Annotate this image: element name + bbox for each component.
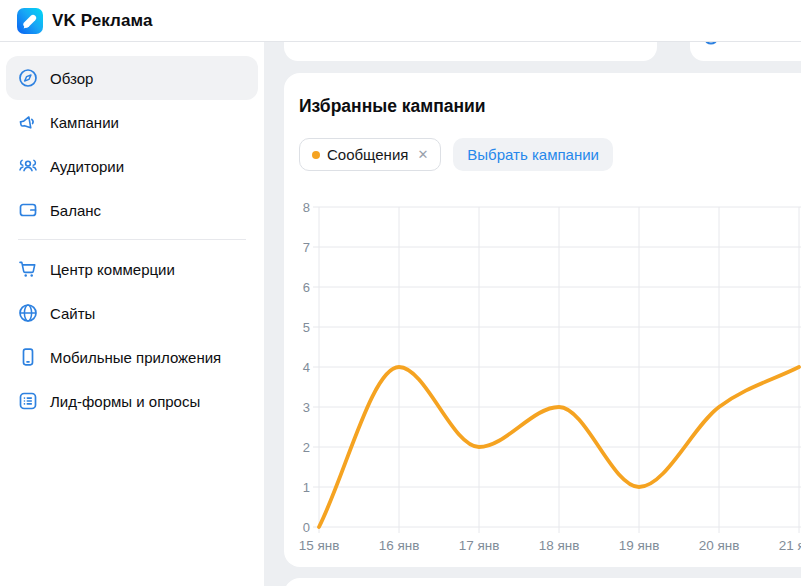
sidebar-item-label: Сайты [50, 305, 95, 322]
x-axis-tick-label: 16 янв [379, 538, 420, 553]
wallet-icon [17, 199, 39, 221]
y-axis-tick-label: 6 [303, 280, 310, 295]
globe-icon [17, 302, 39, 324]
sidebar-item-label: Центр коммерции [50, 261, 175, 278]
audience-icon [17, 155, 39, 177]
y-axis-tick-label: 1 [303, 480, 310, 495]
y-axis-tick-label: 2 [303, 440, 310, 455]
cart-icon [17, 258, 39, 280]
x-axis-tick-label: 19 янв [619, 538, 660, 553]
sidebar-item-label: Мобильные приложения [50, 349, 221, 366]
x-axis-tick-label: 18 янв [539, 538, 580, 553]
y-axis-tick-label: 8 [303, 200, 310, 215]
sidebar-item-mobile[interactable]: Мобильные приложения [6, 335, 258, 379]
mobile-icon [17, 346, 39, 368]
vk-ads-logo[interactable]: VK Реклама [17, 8, 153, 34]
vk-ads-app: VK Реклама ОбзорКампанииАудиторииБалансЦ… [0, 0, 801, 586]
sidebar: ОбзорКампанииАудиторииБалансЦентр коммер… [0, 42, 264, 586]
sidebar-nav: ОбзорКампанииАудиторииБалансЦентр коммер… [0, 42, 264, 423]
content-area: Избранные кампании Сообщения ✕ Выбрать к… [264, 42, 801, 586]
sidebar-item-label: Обзор [50, 70, 93, 87]
sidebar-item-leadforms[interactable]: Лид-формы и опросы [6, 379, 258, 423]
vk-ads-logo-icon [17, 8, 43, 34]
x-axis-tick-label: 17 янв [459, 538, 500, 553]
leadforms-icon [17, 390, 39, 412]
y-axis-tick-label: 0 [303, 520, 310, 535]
x-axis-tick-label: 21 янв [779, 538, 801, 553]
sidebar-item-audience[interactable]: Аудитории [6, 144, 258, 188]
top-right-card-partial [690, 42, 801, 61]
next-card-partial [284, 578, 801, 586]
sidebar-item-megaphone[interactable]: Кампании [6, 100, 258, 144]
sidebar-item-label: Лид-формы и опросы [50, 393, 200, 410]
megaphone-icon [17, 111, 39, 133]
x-axis-tick-label: 15 янв [299, 538, 340, 553]
sidebar-item-wallet[interactable]: Баланс [6, 188, 258, 232]
sidebar-item-compass[interactable]: Обзор [6, 56, 258, 100]
y-axis-tick-label: 3 [303, 400, 310, 415]
sidebar-divider [18, 239, 246, 240]
sidebar-item-cart[interactable]: Центр коммерции [6, 247, 258, 291]
sidebar-item-label: Аудитории [50, 158, 124, 175]
y-axis-tick-label: 5 [303, 320, 310, 335]
x-axis-tick-label: 20 янв [699, 538, 740, 553]
sidebar-item-globe[interactable]: Сайты [6, 291, 258, 335]
brand-name: VK Реклама [52, 11, 153, 31]
top-bar: VK Реклама [0, 0, 801, 42]
y-axis-tick-label: 4 [303, 360, 310, 375]
top-card-partial [284, 42, 657, 61]
sidebar-item-label: Кампании [50, 114, 119, 131]
y-axis-tick-label: 7 [303, 240, 310, 255]
campaigns-line-chart[interactable]: 01234567815 янв16 янв17 янв18 янв19 янв2… [284, 73, 801, 567]
sidebar-item-label: Баланс [50, 202, 101, 219]
compass-icon [17, 67, 39, 89]
favorites-campaigns-card: Избранные кампании Сообщения ✕ Выбрать к… [284, 73, 801, 567]
